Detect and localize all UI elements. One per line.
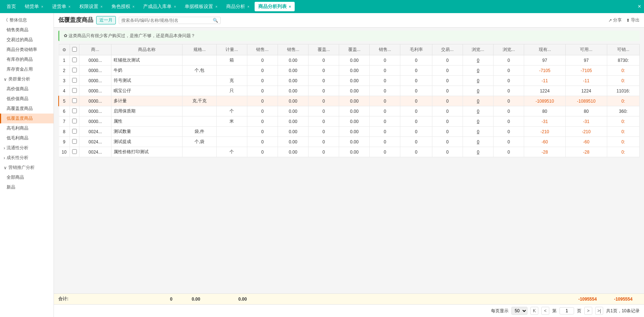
sidebar-item-new-goods[interactable]: 新品 [0, 182, 54, 192]
sidebar-section-marketing[interactable]: ∨ 营销推广分析 [0, 163, 54, 173]
sidebar-section-circulation[interactable]: › 流通性分析 [0, 143, 54, 153]
td-browse1[interactable]: 0 [463, 137, 493, 147]
search-input[interactable] [121, 18, 211, 23]
sidebar-item-category-rate[interactable]: 商品分类动销率 [0, 45, 54, 55]
td-browse1[interactable]: 0 [463, 147, 493, 157]
close-icon[interactable]: × [133, 5, 135, 9]
close-icon[interactable]: × [41, 5, 43, 9]
close-all-button[interactable]: × [638, 3, 641, 10]
close-icon[interactable]: × [174, 5, 176, 9]
sidebar-item-all-goods[interactable]: 全部商品 [0, 173, 54, 182]
nav-purchase-order[interactable]: 进货单 × [48, 2, 74, 11]
td-checkbox[interactable] [70, 106, 79, 116]
sidebar-item-low-coverage[interactable]: 低覆盖度商品 [0, 114, 54, 123]
row-checkbox[interactable] [72, 78, 77, 83]
td-checkbox[interactable] [70, 86, 79, 96]
sidebar-section-cluster-analysis[interactable]: ∨ 类群量分析 [0, 74, 54, 84]
prev-page-button[interactable]: < [541, 307, 549, 315]
th-sales1[interactable]: 销售... [247, 44, 278, 55]
close-icon[interactable]: × [215, 5, 217, 9]
th-sellable[interactable]: 可销... [607, 44, 639, 55]
browse-link[interactable]: 0 [477, 139, 479, 144]
sidebar-item-high-coverage[interactable]: 高覆盖度商品 [0, 104, 54, 114]
th-sales2[interactable]: 销售... [278, 44, 309, 55]
row-checkbox[interactable] [72, 58, 77, 62]
th-browse2[interactable]: 浏览... [494, 44, 524, 55]
td-checkbox[interactable] [70, 66, 79, 76]
sidebar-section-growth[interactable]: › 成长性分析 [0, 153, 54, 163]
row-checkbox[interactable] [72, 68, 77, 72]
row-checkbox[interactable] [72, 88, 77, 93]
td-checkbox[interactable] [70, 116, 79, 127]
browse-link[interactable]: 0 [477, 150, 479, 155]
export-button[interactable]: ⬆ 导出 [626, 17, 640, 23]
sidebar-item-low-profit[interactable]: 低毛利商品 [0, 133, 54, 143]
select-all-checkbox[interactable] [72, 47, 77, 52]
share-button[interactable]: ↗ 分享 [608, 17, 622, 23]
browse-link[interactable]: 0 [477, 68, 479, 73]
nav-product-analysis-list[interactable]: 商品分析列表 × [255, 2, 295, 11]
browse-link[interactable]: 0 [477, 109, 479, 114]
td-browse1[interactable]: 0 [463, 127, 493, 137]
close-icon[interactable]: × [247, 5, 250, 9]
page-number-input[interactable] [559, 307, 574, 314]
th-unit[interactable]: 计量... [216, 44, 247, 55]
sidebar-item-low-value[interactable]: 低价值商品 [0, 94, 54, 104]
sidebar-item-inventory-capital[interactable]: 库存资金占用 [0, 64, 54, 74]
last-page-button[interactable]: >| [595, 307, 603, 315]
nav-permission-settings[interactable]: 权限设置 × [76, 2, 106, 11]
td-checkbox[interactable] [70, 96, 79, 106]
search-icon[interactable]: 🔍 [213, 18, 218, 23]
time-filter-button[interactable]: 近一月 [96, 16, 116, 24]
close-icon[interactable]: × [68, 5, 71, 9]
nav-sales-order[interactable]: 销货单 × [21, 2, 47, 11]
sidebar-collapse-toggle[interactable]: 《 整体信息 [0, 15, 54, 25]
th-sales3[interactable]: 销售... [370, 44, 400, 55]
row-checkbox[interactable] [72, 98, 77, 103]
sidebar-item-stocked-goods[interactable]: 有库存的商品 [0, 55, 54, 64]
th-available[interactable]: 可用... [566, 44, 607, 55]
row-checkbox[interactable] [72, 129, 77, 134]
sidebar-item-high-value[interactable]: 高价值商品 [0, 84, 54, 94]
th-code[interactable]: 商... [79, 44, 111, 55]
close-icon[interactable]: × [101, 5, 103, 9]
td-browse1[interactable]: 0 [463, 106, 493, 116]
browse-link[interactable]: 0 [477, 119, 479, 124]
row-checkbox[interactable] [72, 139, 77, 144]
browse-link[interactable]: 0 [477, 99, 479, 104]
row-checkbox[interactable] [72, 119, 77, 123]
close-icon[interactable]: × [289, 5, 291, 9]
th-cover1[interactable]: 覆盖... [309, 44, 339, 55]
row-checkbox[interactable] [72, 149, 77, 154]
browse-link[interactable]: 0 [477, 78, 479, 83]
browse-link[interactable]: 0 [477, 88, 479, 94]
td-checkbox[interactable] [70, 55, 79, 66]
browse-link[interactable]: 0 [477, 129, 479, 134]
td-browse1[interactable]: 0 [463, 76, 493, 86]
th-browse1[interactable]: 浏览... [463, 44, 493, 55]
th-gross-rate[interactable]: 毛利率 [400, 44, 432, 55]
sidebar-item-high-profit[interactable]: 高毛利商品 [0, 123, 54, 133]
td-checkbox[interactable] [70, 137, 79, 147]
nav-product-analysis[interactable]: 商品分析 × [223, 2, 253, 11]
sidebar-item-sales-goods[interactable]: 销售类商品 [0, 25, 54, 35]
th-trade[interactable]: 交易... [432, 44, 463, 55]
td-browse1[interactable]: 0 [463, 116, 493, 127]
td-browse1[interactable]: 0 [463, 55, 493, 66]
row-checkbox[interactable] [72, 108, 77, 113]
td-browse1[interactable]: 0 [463, 86, 493, 96]
nav-product-inbound[interactable]: 产成品入库单 × [140, 2, 180, 11]
first-page-button[interactable]: K [530, 307, 538, 315]
td-checkbox[interactable] [70, 76, 79, 86]
th-cover2[interactable]: 覆盖... [339, 44, 370, 55]
per-page-select[interactable]: 50 [511, 307, 527, 315]
th-name[interactable]: 商品名称 [111, 44, 182, 55]
th-current[interactable]: 现有... [524, 44, 566, 55]
nav-template-settings[interactable]: 单据模板设置 × [181, 2, 221, 11]
td-checkbox[interactable] [70, 127, 79, 137]
th-spec[interactable]: 规格... [182, 44, 217, 55]
sidebar-item-traded-goods[interactable]: 交易过的商品 [0, 35, 54, 45]
th-settings[interactable]: ⚙ [59, 44, 70, 55]
td-checkbox[interactable] [70, 147, 79, 157]
next-page-button[interactable]: > [584, 307, 592, 315]
